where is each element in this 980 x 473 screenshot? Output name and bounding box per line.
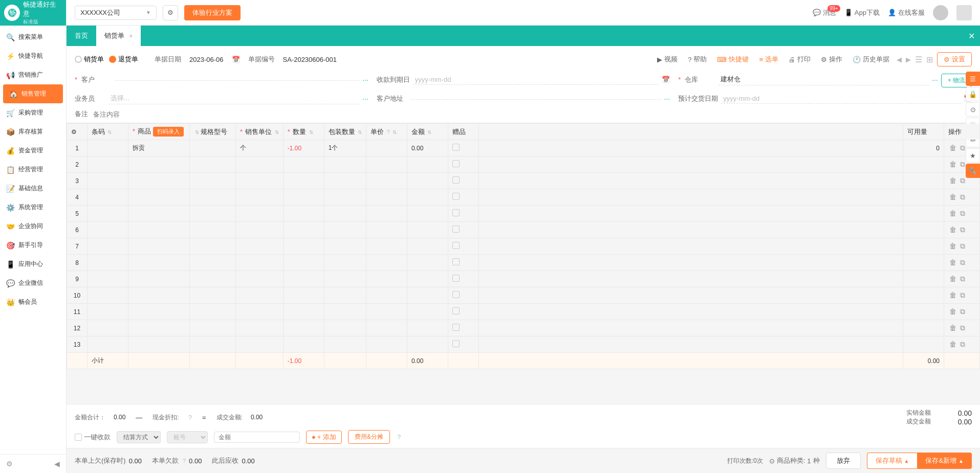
delete-icon[interactable]: 🗑 <box>949 275 956 283</box>
right-panel-btn-6[interactable]: ★ <box>966 148 980 163</box>
row-barcode[interactable] <box>88 140 128 156</box>
row-product[interactable] <box>128 287 190 304</box>
tab-close-icon[interactable]: × <box>129 33 133 39</box>
row-barcode[interactable] <box>88 304 128 320</box>
row-qty[interactable] <box>283 173 324 189</box>
row-amount[interactable] <box>407 222 448 238</box>
row-pkgqty[interactable] <box>324 271 366 287</box>
row-amount[interactable] <box>407 173 448 189</box>
delete-icon[interactable]: 🗑 <box>949 340 956 348</box>
copy-icon[interactable]: ⧉ <box>960 144 965 152</box>
row-barcode[interactable] <box>88 156 128 173</box>
row-unit[interactable] <box>236 287 284 304</box>
row-amount[interactable] <box>407 336 448 353</box>
row-price[interactable] <box>366 140 407 156</box>
row-qty[interactable] <box>283 189 324 206</box>
gift-checkbox[interactable] <box>452 291 460 298</box>
row-spec[interactable] <box>190 271 236 287</box>
row-barcode[interactable] <box>88 238 128 255</box>
sidebar-item-system[interactable]: ⚙️ 系统管理 <box>0 198 66 217</box>
row-qty[interactable]: -1.00 <box>283 140 324 156</box>
settings-btn[interactable]: ⚙ 设置 <box>937 52 972 66</box>
gift-checkbox[interactable] <box>452 307 460 314</box>
row-price[interactable] <box>366 287 407 304</box>
row-gift[interactable] <box>448 304 479 320</box>
row-pkgqty[interactable] <box>324 304 366 320</box>
warehouse-input[interactable]: 建材仓 <box>718 74 929 85</box>
print-btn[interactable]: 🖨 打印 <box>786 53 814 65</box>
delete-icon[interactable]: 🗑 <box>949 324 956 332</box>
row-gift[interactable] <box>448 255 479 271</box>
row-price[interactable] <box>366 238 407 255</box>
select-btn[interactable]: ≡ 选单 <box>756 53 781 65</box>
sidebar-item-management[interactable]: 📋 经营管理 <box>0 160 66 179</box>
tab-sale-order[interactable]: 销货单 × <box>96 26 141 46</box>
gift-checkbox[interactable] <box>452 258 460 265</box>
row-qty[interactable] <box>283 206 324 222</box>
row-qty[interactable] <box>283 222 324 238</box>
row-product[interactable] <box>128 222 190 238</box>
copy-icon[interactable]: ⧉ <box>960 176 965 185</box>
addr-more-btn[interactable]: ··· <box>664 95 670 103</box>
copy-icon[interactable]: ⧉ <box>960 209 965 217</box>
delete-icon[interactable]: 🗑 <box>949 144 956 152</box>
delete-icon[interactable]: 🗑 <box>949 209 956 217</box>
row-barcode[interactable] <box>88 320 128 336</box>
row-unit[interactable] <box>236 320 284 336</box>
delete-icon[interactable]: 🗑 <box>949 242 956 250</box>
row-gift[interactable] <box>448 238 479 255</box>
row-amount[interactable] <box>407 255 448 271</box>
row-product[interactable] <box>128 238 190 255</box>
row-price[interactable] <box>366 189 407 206</box>
row-unit[interactable] <box>236 173 284 189</box>
row-barcode[interactable] <box>88 206 128 222</box>
radio-return-order[interactable]: 退货单 <box>109 55 138 64</box>
messages-button[interactable]: 💬 消息 99+ <box>813 8 836 17</box>
app-download-button[interactable]: 📱 App下载 <box>844 8 880 17</box>
row-barcode[interactable] <box>88 287 128 304</box>
row-amount[interactable] <box>407 189 448 206</box>
online-service-button[interactable]: 👤 在线客服 <box>888 8 925 17</box>
row-price[interactable] <box>366 222 407 238</box>
delete-icon[interactable]: 🗑 <box>949 291 956 299</box>
row-spec[interactable] <box>190 238 236 255</box>
row-price[interactable] <box>366 336 407 353</box>
radio-sale-order[interactable]: 销货单 <box>75 55 104 64</box>
gift-checkbox[interactable] <box>452 144 460 151</box>
row-gift[interactable] <box>448 189 479 206</box>
row-gift[interactable] <box>448 320 479 336</box>
avatar[interactable] <box>933 5 948 20</box>
price-info-icon[interactable]: ? <box>386 129 389 135</box>
right-panel-btn-3[interactable]: ⊙ <box>966 102 980 117</box>
row-pkgqty[interactable] <box>324 222 366 238</box>
delete-icon[interactable]: 🗑 <box>949 193 956 201</box>
row-unit[interactable]: 个 <box>236 140 284 156</box>
row-pkgqty[interactable] <box>324 287 366 304</box>
tab-bar-close-button[interactable]: ✕ <box>968 31 975 41</box>
sidebar-item-sales[interactable]: 🏠 销售管理 <box>3 84 63 103</box>
row-price[interactable] <box>366 206 407 222</box>
th-settings[interactable]: ⚙ <box>67 124 88 140</box>
video-btn[interactable]: ▶ 视频 <box>654 53 681 65</box>
copy-icon[interactable]: ⧉ <box>960 340 965 348</box>
payment-cal-icon[interactable]: 📅 <box>662 76 670 83</box>
customer-addr-input[interactable] <box>410 97 661 100</box>
arrears-help-icon[interactable]: ? <box>183 458 186 464</box>
row-product[interactable] <box>128 189 190 206</box>
row-price[interactable] <box>366 304 407 320</box>
collapse-icon[interactable]: ◀ <box>54 460 60 468</box>
row-qty[interactable] <box>283 255 324 271</box>
row-price[interactable] <box>366 255 407 271</box>
row-unit[interactable] <box>236 271 284 287</box>
row-spec[interactable] <box>190 287 236 304</box>
delete-icon[interactable]: 🗑 <box>949 307 956 316</box>
copy-icon[interactable]: ⧉ <box>960 307 965 316</box>
row-qty[interactable] <box>283 271 324 287</box>
row-gift[interactable] <box>448 222 479 238</box>
row-pkgqty[interactable] <box>324 206 366 222</box>
row-price[interactable] <box>366 320 407 336</box>
copy-icon[interactable]: ⧉ <box>960 258 965 266</box>
sidebar-item-appstore[interactable]: 📱 应用中心 <box>0 255 66 274</box>
copy-icon[interactable]: ⧉ <box>960 242 965 250</box>
row-product[interactable]: 拆贡 <box>128 140 190 156</box>
